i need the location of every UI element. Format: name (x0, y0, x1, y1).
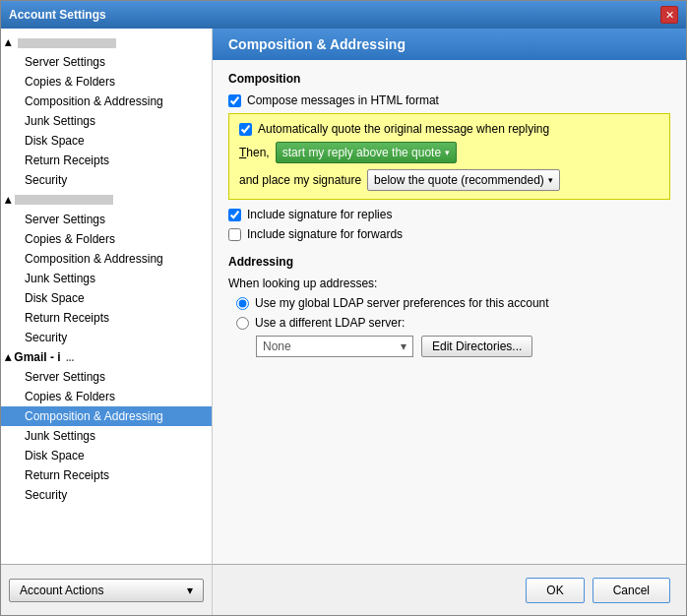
radio-different-label: Use a different LDAP server: (255, 316, 405, 330)
sidebar-item-s3-junk[interactable]: Junk Settings (1, 426, 212, 446)
panel-body: Composition Compose messages in HTML for… (213, 60, 686, 564)
sidebar-item-s3-disk[interactable]: Disk Space (1, 446, 212, 465)
account-actions-arrow: ▾ (187, 584, 193, 597)
ldap-select-value: None (263, 339, 291, 353)
checkbox-quote[interactable] (239, 123, 252, 136)
sidebar-item-s1-comp[interactable]: Composition & Addressing (1, 92, 212, 111)
radio-global[interactable] (236, 297, 249, 310)
ok-button[interactable]: OK (526, 578, 584, 603)
sidebar-item-s3-comp[interactable]: Composition & Addressing (1, 406, 212, 426)
radio-different[interactable] (236, 317, 249, 330)
sidebar-item-s2-disk[interactable]: Disk Space (1, 288, 212, 308)
sidebar-item-s1-security[interactable]: Security (1, 170, 212, 190)
sidebar-item-s2-copies[interactable]: Copies & Folders (1, 229, 212, 249)
checkbox-html[interactable] (228, 94, 241, 107)
sidebar-item-s2-junk[interactable]: Junk Settings (1, 269, 212, 288)
signature-dropdown[interactable]: below the quote (recommended) ▾ (367, 169, 560, 191)
sidebar-section-3[interactable]: ▴ Gmail - i ... (1, 347, 212, 367)
radio-global-label: Use my global LDAP server preferences fo… (255, 296, 549, 310)
content-area: ▴ Server Settings Copies & Folders Compo… (1, 29, 686, 564)
section3-arrow: ▴ Gmail - i (5, 350, 61, 364)
checkbox-quote-label: Automatically quote the original message… (258, 122, 549, 136)
sidebar-item-s3-security[interactable]: Security (1, 485, 212, 505)
signature-row: and place my signature below the quote (… (239, 169, 659, 191)
dialog-buttons: OK Cancel (213, 564, 686, 615)
radio-global-row: Use my global LDAP server preferences fo… (228, 296, 670, 310)
account-actions-button[interactable]: Account Actions ▾ (9, 579, 204, 602)
close-button[interactable]: ✕ (660, 6, 678, 24)
sidebar-item-s3-copies[interactable]: Copies & Folders (1, 387, 212, 406)
sidebar-item-s2-receipts[interactable]: Return Receipts (1, 308, 212, 328)
reply-dropdown-arrow: ▾ (445, 148, 450, 157)
signature-label: and place my signature (239, 173, 361, 187)
sidebar-section-2[interactable]: ▴ (1, 190, 212, 210)
sidebar-item-s1-junk[interactable]: Junk Settings (1, 111, 212, 131)
sidebar: ▴ Server Settings Copies & Folders Compo… (1, 29, 213, 564)
sidebar-section-1[interactable]: ▴ (1, 32, 212, 52)
section1-arrow: ▴ (5, 35, 11, 49)
main-panel: Composition & Addressing Composition Com… (213, 29, 686, 564)
sidebar-item-s2-security[interactable]: Security (1, 328, 212, 347)
reply-dropdown-value: start my reply above the quote (282, 146, 441, 159)
radio-different-row: Use a different LDAP server: (228, 316, 670, 330)
composition-section-title: Composition (228, 72, 670, 86)
checkbox-sig-replies[interactable] (228, 209, 241, 221)
sidebar-item-s2-server[interactable]: Server Settings (1, 210, 212, 229)
signature-dropdown-arrow: ▾ (548, 175, 553, 185)
section2-arrow: ▴ (5, 193, 11, 207)
then-label: Then, (239, 146, 270, 159)
checkbox-sig-replies-label: Include signature for replies (247, 208, 392, 221)
sidebar-item-s2-comp[interactable]: Composition & Addressing (1, 249, 212, 269)
checkbox-quote-row: Automatically quote the original message… (239, 122, 659, 136)
sidebar-item-s1-copies[interactable]: Copies & Folders (1, 72, 212, 92)
sidebar-item-s3-receipts[interactable]: Return Receipts (1, 465, 212, 485)
reply-dropdown[interactable]: start my reply above the quote ▾ (276, 142, 457, 163)
addressing-title: Addressing (228, 255, 670, 269)
checkbox-html-label: Compose messages in HTML format (247, 93, 439, 107)
highlight-box: Automatically quote the original message… (228, 113, 670, 200)
ldap-select-arrow: ▾ (401, 339, 406, 353)
lookup-label: When looking up addresses: (228, 277, 670, 290)
checkbox-sig-forwards-row: Include signature for forwards (228, 227, 670, 241)
addressing-section: Addressing When looking up addresses: Us… (228, 255, 670, 357)
signature-dropdown-value: below the quote (recommended) (374, 173, 544, 187)
panel-header: Composition & Addressing (213, 29, 686, 60)
sidebar-item-s1-receipts[interactable]: Return Receipts (1, 151, 212, 170)
checkbox-sig-replies-row: Include signature for replies (228, 208, 670, 221)
sidebar-item-s3-server[interactable]: Server Settings (1, 367, 212, 387)
edit-directories-button[interactable]: Edit Directories... (421, 336, 532, 357)
checkbox-sig-forwards-label: Include signature for forwards (247, 227, 403, 241)
account-actions-label: Account Actions (20, 584, 103, 597)
cancel-button[interactable]: Cancel (593, 578, 670, 603)
title-bar: Account Settings ✕ (1, 1, 686, 29)
sidebar-item-s1-server[interactable]: Server Settings (1, 52, 212, 72)
account-actions-bar: Account Actions ▾ (1, 564, 213, 615)
window-title: Account Settings (9, 8, 106, 22)
bottom-area: Account Actions ▾ OK Cancel (1, 564, 686, 615)
checkbox-html-row: Compose messages in HTML format (228, 93, 670, 107)
ldap-select[interactable]: None ▾ (256, 336, 413, 357)
account-settings-window: Account Settings ✕ ▴ Server Settings Cop… (0, 0, 687, 616)
then-row: Then, start my reply above the quote ▾ (239, 142, 659, 163)
sidebar-item-s1-disk[interactable]: Disk Space (1, 131, 212, 151)
checkbox-sig-forwards[interactable] (228, 228, 241, 241)
addressing-controls: None ▾ Edit Directories... (228, 336, 670, 357)
